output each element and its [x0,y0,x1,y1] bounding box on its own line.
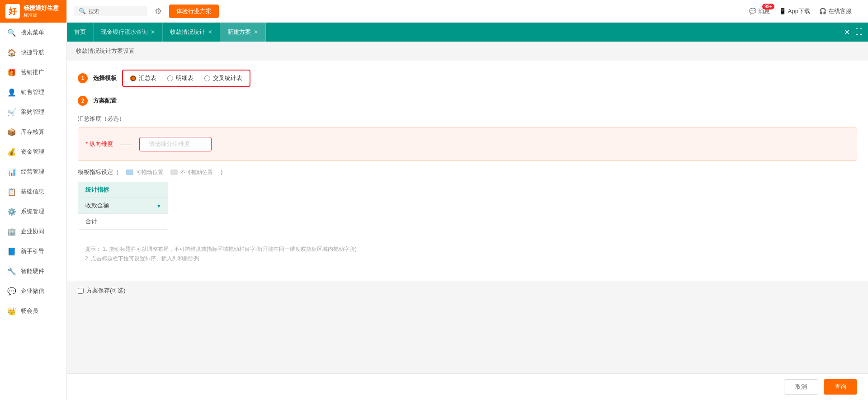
sidebar-item-sales[interactable]: 👤 销售管理 [0,82,66,102]
metrics-paren: ） [220,168,226,176]
sidebar-item-label: 资金管理 [21,148,44,156]
tab-bar: 首页 现金银行流水查询 ✕ 收款情况统计 ✕ 新建方案 ✕ ✕ ⛶ [67,23,868,42]
sidebar-item-label: 基础信息 [21,188,44,196]
sidebar-item-basicinfo[interactable]: 📋 基础信息 [0,182,66,202]
sidebar-item-label: 销售管理 [21,88,44,96]
sidebar-item-system[interactable]: ⚙️ 系统管理 [0,202,66,221]
maximize-icon[interactable]: ⛶ [855,28,863,36]
logo-badge: 标准版 [24,12,59,19]
close-icon[interactable]: ✕ [151,29,155,35]
tab-newplan[interactable]: 新建方案 ✕ [220,23,266,42]
purchase-icon: 🛒 [7,108,16,117]
basicinfo-icon: 📋 [7,187,16,196]
logo-icon: 好 [5,4,20,19]
sidebar-item-management[interactable]: 📊 经营管理 [0,162,66,182]
sidebar-item-wechat[interactable]: 💬 企业微信 [0,281,66,301]
radio-detail[interactable]: 明细表 [167,74,193,82]
finance-icon: 💰 [7,147,16,156]
search-icon: 🔍 [79,8,86,14]
quicknav-icon: 🏠 [7,48,16,57]
download-icon: 📱 [779,8,786,14]
download-area[interactable]: 📱 App下载 [779,7,810,15]
cancel-button[interactable]: 取消 [784,379,818,395]
system-icon: ⚙️ [7,207,16,216]
step2-label: 方案配置 [93,97,117,105]
radio-cross[interactable]: 交叉统计表 [204,74,242,82]
tab-cashflow[interactable]: 现金银行流水查询 ✕ [94,23,163,42]
save-plan-checkbox-label[interactable]: 方案保存(可选) [78,287,126,295]
sidebar-item-inventory[interactable]: 📦 库存核算 [0,122,66,142]
can-drag-label: 可拖动位置 [136,169,163,176]
radio-summary[interactable]: 汇总表 [130,74,156,82]
tab-actions: ✕ ⛶ [839,23,868,42]
settings-icon[interactable]: ⚙ [155,6,162,16]
sidebar-item-label: 企业协同 [21,227,44,235]
page-content: 收款情况统计方案设置 1 选择模板 汇总表 明细表 [67,42,868,373]
logo-area: 好 畅捷通好生意 标准版 [0,0,66,23]
metrics-title: 模板指标设定（ [78,168,119,176]
metrics-foot: 合计 [78,213,168,229]
sidebar-item-label: 智能硬件 [21,267,44,275]
close-icon[interactable]: ✕ [254,29,258,35]
sidebar-item-label: 经营管理 [21,168,44,176]
main-area: 🔍 ⚙ 体验行业方案 💬 消息 99+ 📱 App下载 🎧 在线客服 首页 [67,0,868,400]
sidebar-item-guide[interactable]: 📘 新手引导 [0,241,66,261]
sidebar: 好 畅捷通好生意 标准版 🔍 搜索菜单 🏠 快捷导航 🎁 营销推广 👤 销售管理… [0,0,67,400]
trial-button[interactable]: 体验行业方案 [169,5,219,18]
sidebar-item-quicknav[interactable]: 🏠 快捷导航 [0,42,66,62]
sidebar-item-purchase[interactable]: 🛒 采购管理 [0,102,66,122]
tab-label: 收款情况统计 [170,28,205,36]
query-button[interactable]: 查询 [824,379,857,395]
radio-detail-input[interactable] [167,75,173,81]
bottom-action-bar: 取消 查询 [67,373,868,400]
step1-number: 1 [78,73,88,83]
enterprise-icon: 🏢 [7,227,16,236]
radio-cross-input[interactable] [204,75,210,81]
dimension-row: * 纵向维度 —— 请选择分组维度 [85,137,849,151]
sidebar-item-label: 系统管理 [21,207,44,216]
sidebar-menu: 🔍 搜索菜单 🏠 快捷导航 🎁 营销推广 👤 销售管理 🛒 采购管理 📦 库存核… [0,23,66,400]
sidebar-item-label: 企业微信 [21,287,44,295]
sidebar-item-search[interactable]: 🔍 搜索菜单 [0,23,66,42]
step2-number: 2 [78,96,88,106]
sidebar-item-enterprise[interactable]: 🏢 企业协同 [0,221,66,241]
metrics-config: 模板指标设定（ 可拖动位置 不可拖动位置 ） 统计指标 [78,168,857,231]
close-window-icon[interactable]: ✕ [844,28,850,37]
sidebar-item-member[interactable]: 👑 畅会员 [0,301,66,321]
sidebar-item-label: 营销推广 [21,68,44,76]
save-plan-checkbox[interactable] [78,288,84,294]
metrics-cell-amount[interactable]: 收款金额 ▾ [78,198,168,213]
step1-row: 1 选择模板 汇总表 明细表 交叉统计表 [78,70,857,87]
template-options: 汇总表 明细表 交叉统计表 [122,70,250,87]
sales-icon: 👤 [7,88,16,97]
tips-area: 提示： 1. 拖动标题栏可以调整布局，不可跨维度或指标区域拖动栏目字段(只能在同… [78,240,857,270]
marketing-icon: 🎁 [7,68,16,77]
radio-summary-input[interactable] [130,75,136,81]
no-drag-legend: 不可拖动位置 [170,169,213,176]
radio-summary-label: 汇总表 [139,74,156,82]
member-icon: 👑 [7,306,16,315]
notifications-area[interactable]: 💬 消息 99+ [749,7,770,15]
search-input[interactable] [89,8,143,14]
sidebar-item-label: 采购管理 [21,108,44,116]
sidebar-item-finance[interactable]: 💰 资金管理 [0,142,66,162]
guide-icon: 📘 [7,247,16,256]
topbar-right: 💬 消息 99+ 📱 App下载 🎧 在线客服 [749,7,861,15]
metrics-table: 统计指标 收款金额 ▾ 合计 [78,182,168,230]
search-area[interactable]: 🔍 [74,6,147,16]
inventory-icon: 📦 [7,127,16,136]
step1-label: 选择模板 [93,74,117,82]
sidebar-item-marketing[interactable]: 🎁 营销推广 [0,62,66,82]
sidebar-item-label: 畅会员 [21,307,38,315]
support-icon: 🎧 [819,8,826,14]
tab-home[interactable]: 首页 [67,23,94,42]
metrics-table-header: 统计指标 [78,182,168,198]
close-icon[interactable]: ✕ [208,29,212,35]
dimension-select[interactable]: 请选择分组维度 [139,137,212,151]
tab-receipts[interactable]: 收款情况统计 ✕ [163,23,220,42]
tab-label: 新建方案 [227,28,251,36]
step2-row: 2 方案配置 [78,96,857,106]
support-area[interactable]: 🎧 在线客服 [819,7,852,15]
sidebar-item-hardware[interactable]: 🔧 智能硬件 [0,261,66,281]
chevron-down-icon[interactable]: ▾ [157,202,160,209]
